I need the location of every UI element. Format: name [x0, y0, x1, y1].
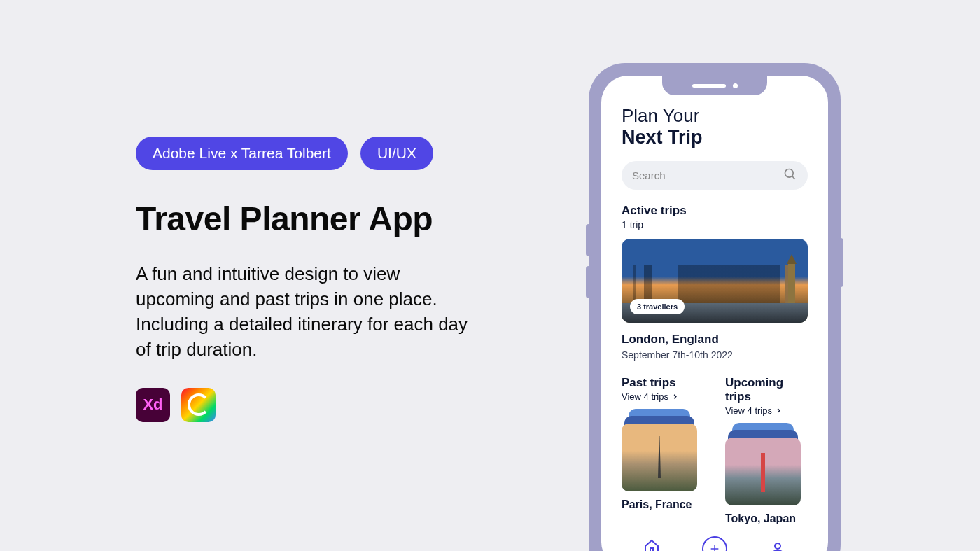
active-trips-count: 1 trip [622, 219, 808, 230]
travellers-badge: 3 travellers [630, 299, 685, 314]
upcoming-trips-heading: Upcoming trips [725, 376, 808, 404]
profile-icon [769, 540, 786, 551]
upcoming-trip-card[interactable] [725, 423, 801, 505]
chevron-right-icon [775, 407, 783, 414]
chevron-right-icon [671, 393, 679, 400]
nav-profile-button[interactable] [769, 540, 786, 551]
screen-title-line1: Plan Your [622, 105, 808, 127]
nav-add-button[interactable] [702, 536, 727, 551]
past-trips-heading: Past trips [622, 376, 704, 390]
pill-uiux: UI/UX [360, 137, 433, 170]
bottom-nav [601, 529, 828, 551]
upcoming-trips-link-label: View 4 trips [725, 405, 772, 416]
search-placeholder: Search [632, 169, 666, 181]
active-trip-location: London, England [622, 333, 808, 347]
nav-home-button[interactable] [643, 538, 660, 551]
plus-icon [709, 543, 720, 551]
active-trip-dates: September 7th-10th 2022 [622, 349, 808, 361]
past-trips-link-label: View 4 trips [622, 391, 668, 402]
adobe-xd-icon: Xd [136, 388, 170, 422]
search-input[interactable]: Search [622, 161, 808, 190]
creative-cloud-icon [181, 388, 216, 422]
svg-point-0 [785, 169, 794, 178]
page-description: A fun and intuitive design to view upcom… [136, 262, 472, 363]
upcoming-trips-link[interactable]: View 4 trips [725, 405, 808, 416]
past-trip-card[interactable] [622, 409, 697, 491]
home-icon [643, 538, 660, 551]
page-title: Travel Planner App [136, 200, 472, 238]
upcoming-trip-location: Tokyo, Japan [725, 512, 808, 525]
svg-line-1 [792, 176, 795, 179]
pill-adobe-live: Adobe Live x Tarrea Tolbert [136, 137, 348, 170]
svg-rect-2 [650, 548, 653, 551]
active-trips-heading: Active trips [622, 204, 808, 218]
past-trip-location: Paris, France [622, 498, 704, 511]
past-trips-link[interactable]: View 4 trips [622, 391, 704, 402]
search-icon [783, 167, 797, 183]
phone-mockup: Plan Your Next Trip Search Active trips … [589, 63, 841, 551]
screen-title-line2: Next Trip [622, 127, 808, 148]
active-trip-card[interactable]: 3 travellers [622, 239, 808, 323]
svg-point-5 [775, 543, 780, 549]
